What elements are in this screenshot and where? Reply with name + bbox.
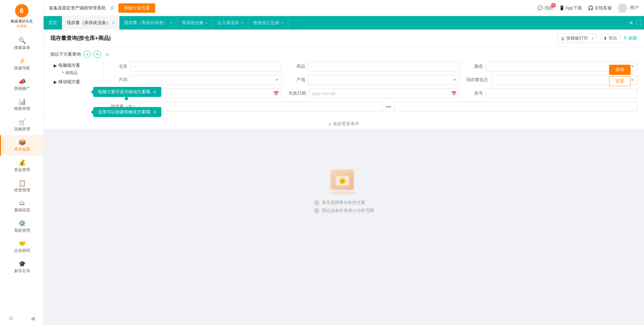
scheme-group-mobile-header[interactable]: ▶ 移动端方案 bbox=[54, 78, 100, 86]
search-icon: 🔍 bbox=[18, 37, 26, 44]
expire-date-label: 失效日期 bbox=[288, 90, 306, 96]
basic-icon: 🗂 bbox=[19, 200, 25, 207]
search-button[interactable]: 查询 bbox=[609, 65, 631, 75]
filter-row-2: 尺码 ▼ 产地 ▼ bbox=[111, 75, 637, 85]
nav-tabs: 首页 现存量（库存状况表） × 现存量（库存分布表） × 库存批次账 × 出入库… bbox=[44, 16, 644, 30]
sidebar-item-operation[interactable]: 📋 经营管理 bbox=[0, 176, 43, 197]
indent-icon: ┗ bbox=[60, 70, 64, 75]
filter-edit-scheme-button[interactable]: ✎ bbox=[94, 51, 101, 58]
close-tab-inventory-status[interactable]: × bbox=[112, 21, 114, 25]
filter-arrow-button[interactable]: « bbox=[104, 51, 111, 58]
print-dropdown-icon: ▼ bbox=[591, 37, 594, 40]
fullscreen-icon[interactable]: ⛶ bbox=[636, 20, 641, 26]
tab-summary[interactable]: 收发存汇总表 × bbox=[249, 16, 288, 30]
user-area[interactable]: 用户 bbox=[618, 3, 639, 13]
warehouse-input[interactable]: ··· bbox=[130, 61, 282, 71]
headset-icon: 🎧 bbox=[588, 5, 593, 10]
box-lid bbox=[330, 169, 354, 174]
operation-icon: 📋 bbox=[18, 179, 26, 187]
sidebar-item-sales[interactable]: 📊 销售管理 bbox=[0, 95, 43, 115]
sidebar-item-search[interactable]: 🔍 搜索菜单 bbox=[0, 34, 43, 54]
stock-main-to-input[interactable] bbox=[394, 102, 637, 112]
filter-item-goods: 商品 ··· bbox=[288, 61, 460, 71]
triangle-icon: ▶ bbox=[54, 63, 57, 68]
filter-container: 按以下方案查询 + ✎ « ▶ 电脑端方案 ┗ 按商品 bbox=[44, 47, 644, 118]
tooltip-scheme-2: 这里可以创建和修改方案哦 ✕ bbox=[93, 107, 161, 117]
close-tab-summary[interactable]: × bbox=[281, 21, 283, 25]
close-tab-batch[interactable]: × bbox=[206, 21, 208, 25]
close-all-tabs-icon[interactable]: ✕ bbox=[629, 20, 633, 26]
sidebar-menu: 🔍 搜索菜单 ⚡ 快捷导航 📣 营销推广 📊 销售管理 🛒 采购管理 📦 库存核… bbox=[0, 32, 43, 312]
sidebar-item-inventory[interactable]: 📦 库存核算 bbox=[0, 135, 43, 156]
export-button[interactable]: ⬆ 导出 bbox=[600, 34, 620, 43]
sidebar-item-quick[interactable]: ⚡ 快捷导航 bbox=[0, 54, 43, 74]
stock-main-from-input[interactable] bbox=[140, 102, 383, 112]
topbar-left: 装备及固定资产辅助管理系统 ⚙ 体验行业方案 bbox=[49, 3, 155, 13]
sidebar: 6 畅捷通好生意 标准版 🔍 搜索菜单 ⚡ 快捷导航 📣 营销推广 📊 销售管理… bbox=[0, 0, 44, 325]
online-service-link[interactable]: 🎧 在线客服 bbox=[588, 5, 612, 11]
sidebar-item-purchase[interactable]: 🛒 采购管理 bbox=[0, 115, 43, 136]
tab-batch[interactable]: 库存批次账 × bbox=[177, 16, 213, 30]
trial-button[interactable]: 体验行业方案 bbox=[118, 3, 155, 13]
guide-icon: 🎓 bbox=[18, 260, 26, 268]
finance-icon: 💰 bbox=[18, 159, 26, 166]
size-select[interactable]: ▼ bbox=[130, 75, 282, 85]
sidebar-item-basic[interactable]: 🗂 基础信息 bbox=[0, 196, 43, 216]
tooltip-scheme-1: 电脑方案可设为移动方案哦 ✕ bbox=[93, 87, 161, 97]
tab-inventory-dist[interactable]: 现存量（库存分布表） × bbox=[119, 16, 177, 30]
scheme-item-goods[interactable]: ┗ 按商品 bbox=[54, 69, 100, 76]
filter-item-size: 尺码 ▼ bbox=[111, 75, 282, 85]
tooltip1-close-icon[interactable]: ✕ bbox=[153, 90, 157, 95]
filter-row-1: 仓库 ··· 商品 ··· 颜色 bbox=[111, 61, 637, 71]
filter-row-4: 现存量（主） — bbox=[111, 102, 637, 112]
sidebar-logo: 6 畅捷通好生意 标准版 bbox=[0, 0, 43, 32]
sidebar-bottom: ⚙ ◀ bbox=[0, 312, 43, 325]
sidebar-item-marketing[interactable]: 📣 营销推广 bbox=[0, 74, 43, 95]
hint-2-num: 2 bbox=[314, 208, 320, 214]
empty-state: 😐 1 请先选择要分析的方案 2 用过滤条件来缩小分析范围 bbox=[44, 129, 644, 250]
message-badge: 6 bbox=[551, 3, 556, 8]
avatar bbox=[618, 3, 627, 13]
app-download-link[interactable]: 📱 App下载 bbox=[559, 5, 582, 11]
inventory-icon: 📦 bbox=[18, 139, 26, 146]
hint-1-num: 1 bbox=[314, 200, 320, 206]
tab-inventory-status[interactable]: 现存量（库存状况表） × bbox=[62, 16, 119, 30]
tab-home[interactable]: 首页 bbox=[44, 16, 62, 30]
close-tab-inventory-dist[interactable]: × bbox=[170, 21, 172, 25]
sidebar-item-guide[interactable]: 🎓 新手引导 bbox=[0, 257, 43, 277]
purchase-icon: 🛒 bbox=[18, 118, 26, 126]
expire-date-input[interactable]: yyyy-mm-dd 📅 bbox=[309, 88, 460, 98]
sales-icon: 📊 bbox=[18, 98, 26, 105]
origin-select[interactable]: ▼ bbox=[308, 75, 460, 85]
sidebar-item-finance[interactable]: 💰 资金管理 bbox=[0, 156, 43, 176]
filter-row-3: 生产日期 yyyy-mm-dd 📅 失效日期 yyyy-mm-dd 📅 bbox=[111, 88, 637, 98]
sidebar-item-system[interactable]: ⚙️ 系统管理 bbox=[0, 216, 43, 237]
page-title: 现存量查询(按仓库+商品) bbox=[50, 35, 111, 42]
box-shadow bbox=[330, 191, 357, 195]
message-wrap[interactable]: 💬 消息 6 bbox=[538, 5, 553, 11]
stock-state-chevron-icon: ▼ bbox=[631, 78, 634, 82]
sidebar-item-collab[interactable]: 🤝 企业协同 bbox=[0, 236, 43, 257]
export-icon: ⬆ bbox=[603, 36, 607, 41]
batch-input[interactable] bbox=[486, 88, 637, 98]
refresh-button[interactable]: ↻ 刷新 bbox=[624, 35, 637, 41]
reset-button[interactable]: 设置 bbox=[609, 76, 631, 86]
refresh-icon: ↻ bbox=[624, 36, 627, 41]
scheme-group-pc-header[interactable]: ▶ 电脑端方案 bbox=[54, 61, 100, 69]
collapse-sidebar-icon[interactable]: ◀ bbox=[31, 315, 35, 322]
empty-hint-1: 1 请先选择要分析的方案 bbox=[314, 200, 374, 206]
tooltip2-close-icon[interactable]: ✕ bbox=[153, 110, 157, 115]
close-tab-inout[interactable]: × bbox=[241, 21, 243, 25]
goods-label: 商品 bbox=[288, 63, 305, 69]
print-button[interactable]: 🖨 按模板打印 ▼ bbox=[557, 34, 597, 43]
action-area: 查询 设置 bbox=[609, 65, 631, 86]
content-area: 现存量查询(按仓库+商品) 🖨 按模板打印 ▼ ⬆ 导出 ↻ 刷新 bbox=[44, 30, 644, 325]
filter-add-scheme-button[interactable]: + bbox=[84, 51, 91, 58]
collapse-bar[interactable]: ∧ 收起更多条件 bbox=[44, 118, 644, 129]
tab-inout[interactable]: 出入库流水 × bbox=[213, 16, 248, 30]
settings-gear-icon[interactable]: ⚙ bbox=[110, 5, 114, 11]
print-icon: 🖨 bbox=[560, 36, 565, 41]
size-chevron-icon: ▼ bbox=[275, 78, 279, 82]
settings-icon[interactable]: ⚙ bbox=[9, 315, 13, 322]
goods-input[interactable]: ··· bbox=[308, 61, 460, 71]
